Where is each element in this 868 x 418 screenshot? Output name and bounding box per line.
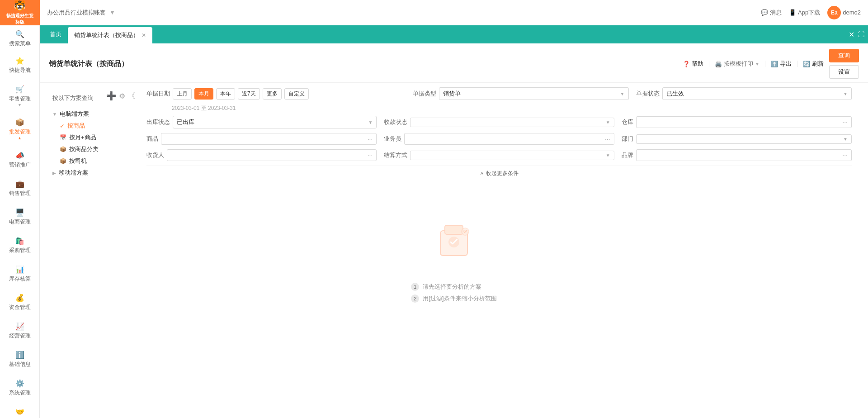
collapse-panel-icon[interactable]: 《 — [128, 91, 135, 101]
receipt-status-select[interactable]: ▼ — [410, 118, 614, 127]
query-button[interactable]: 查询 — [829, 49, 859, 62]
tree-item-by-cashier[interactable]: 📦 按司机 — [56, 155, 139, 167]
message-btn[interactable]: 💬 消息 — [761, 9, 782, 17]
sidebar-item-enterprise[interactable]: 🤝 企业协同 — [0, 402, 39, 418]
sidebar-item-operations[interactable]: 📈 经营管理 — [0, 317, 39, 345]
tab-close-icon[interactable]: ✕ — [142, 32, 146, 38]
step-2-text: 用[过滤]条件来缩小分析范围 — [423, 294, 496, 303]
out-status-select[interactable]: 已出库 ▼ — [173, 116, 377, 128]
product-select[interactable]: ··· — [161, 133, 377, 145]
quicknav-label: 快捷导航 — [9, 66, 31, 74]
export-btn[interactable]: ⬆️ 导出 — [771, 60, 792, 68]
home-tab-label: 首页 — [50, 30, 61, 38]
tree-item-by-product[interactable]: ✓ 按商品 — [56, 120, 139, 132]
top-header: 办公用品行业模拟账套 ▼ 💬 消息 📱 App下载 Ea demo2 — [40, 0, 868, 25]
brand-control: ··· — [636, 149, 852, 161]
empty-steps: 1 请先选择要分析的方案 2 用[过滤]条件来缩小分析范围 — [411, 283, 496, 306]
sidebar-item-system[interactable]: ⚙️ 系统管理 — [0, 374, 39, 402]
app-logo[interactable]: 🐯 畅捷通好生意 标版 — [0, 0, 40, 25]
payment-control: ▼ — [410, 151, 614, 160]
date-this-month-btn[interactable]: 本月 — [194, 88, 213, 100]
add-scheme-icon[interactable]: ➕ — [106, 91, 116, 101]
tab-expand-icon[interactable]: ⛶ — [858, 31, 864, 38]
tab-home[interactable]: 首页 — [43, 25, 68, 43]
sidebar-item-ecommerce[interactable]: 🖥️ 电商管理 — [0, 203, 39, 231]
step-num-2: 2 — [411, 294, 419, 303]
template-print-btn[interactable]: 🖨️ 按模板打印 ▼ — [715, 60, 760, 68]
settings-button[interactable]: 设置 — [829, 65, 859, 79]
dept-control: ▼ — [636, 134, 852, 144]
page-header-actions: ❓ 帮助 🖨️ 按模板打印 ▼ ⬆️ 导出 🔄 刷新 — [683, 49, 859, 79]
sidebar-item-finance[interactable]: 💰 资金管理 — [0, 288, 39, 317]
product-dots[interactable]: ··· — [368, 135, 373, 142]
inventory-icon: 📊 — [15, 265, 24, 274]
date-last7-btn[interactable]: 近7天 — [238, 88, 260, 100]
wholesale-label: 批发管理 — [9, 128, 31, 136]
filter-doc-type: 单据类型 销货单 ▼ — [413, 87, 629, 100]
sidebar-item-retail[interactable]: 🛒 零售管理 ▼ — [0, 80, 39, 113]
tree-pc-root[interactable]: ▼ 电脑端方案 — [49, 108, 139, 120]
filter-area: 按以下方案查询 ➕ ⚙ 《 ▼ 电脑端方案 ✓ 按商品 — [40, 83, 868, 185]
sidebar-item-purchase[interactable]: 🛍️ 采购管理 — [0, 231, 39, 260]
doc-status-select[interactable]: 已生效 ▼ — [662, 87, 852, 100]
export-label: 导出 — [780, 60, 792, 68]
settings-scheme-icon[interactable]: ⚙ — [119, 92, 125, 100]
filter-out-status: 出库状态 已出库 ▼ — [146, 116, 377, 128]
out-status-arrow: ▼ — [368, 120, 373, 125]
brand-select[interactable]: ··· — [636, 149, 852, 161]
receipt-status-arrow: ▼ — [606, 120, 610, 125]
purchase-icon: 🛍️ — [15, 237, 24, 245]
date-more-btn[interactable]: 更多 — [263, 88, 282, 100]
date-this-year-btn[interactable]: 本年 — [216, 88, 235, 100]
tree-mobile-label: 移动端方案 — [59, 169, 88, 177]
receiver-control: ··· — [167, 149, 377, 161]
tab-sales-stat[interactable]: 销货单统计表（按商品） ✕ — [68, 27, 152, 43]
tree-item-by-category[interactable]: 📦 按商品分类 — [56, 143, 139, 155]
sidebar-item-sales[interactable]: 💼 销售管理 — [0, 174, 39, 203]
sidebar-search[interactable]: 🔍 搜索菜单 — [0, 25, 39, 51]
user-name: demo2 — [843, 9, 861, 16]
workspace-area: 办公用品行业模拟账套 ▼ — [47, 9, 115, 17]
sidebar-item-quicknav[interactable]: ⭐ 快捷导航 — [0, 51, 39, 80]
tree-mobile-root[interactable]: ▶ 移动端方案 — [49, 167, 139, 179]
system-label: 系统管理 — [9, 389, 31, 397]
salesman-select[interactable]: ··· — [404, 133, 614, 145]
doc-type-select[interactable]: 销货单 ▼ — [439, 87, 629, 100]
salesman-dots[interactable]: ··· — [605, 135, 610, 142]
empty-state: 1 请先选择要分析的方案 2 用[过滤]条件来缩小分析范围 — [40, 185, 868, 333]
operations-icon: 📈 — [15, 322, 24, 331]
help-btn[interactable]: ❓ 帮助 — [683, 60, 703, 68]
message-icon: 💬 — [761, 9, 768, 16]
collapse-bar[interactable]: ∧ 收起更多条件 — [146, 166, 852, 181]
print-dropdown-icon[interactable]: ▼ — [755, 62, 760, 66]
by-month-label: 按月+商品 — [69, 133, 96, 142]
tree-item-by-month-product[interactable]: 📅 按月+商品 — [56, 132, 139, 143]
basic-label: 基础信息 — [9, 361, 31, 368]
warehouse-dots[interactable]: ··· — [842, 119, 848, 126]
dept-select[interactable]: ▼ — [636, 134, 852, 144]
refresh-label: 刷新 — [812, 60, 824, 68]
date-last-month-btn[interactable]: 上月 — [173, 88, 192, 100]
by-category-icon: 📦 — [60, 146, 66, 152]
sidebar-item-basic[interactable]: ℹ️ 基础信息 — [0, 345, 39, 374]
user-area[interactable]: Ea demo2 — [827, 6, 861, 19]
sidebar-item-marketing[interactable]: 📣 营销推广 — [0, 146, 39, 174]
sidebar-item-inventory[interactable]: 📊 库存核算 — [0, 260, 39, 288]
app-download-btn[interactable]: 📱 App下载 — [789, 9, 820, 17]
date-custom-btn[interactable]: 自定义 — [284, 88, 309, 100]
workspace-dropdown-icon[interactable]: ▼ — [109, 9, 115, 16]
date-group: 上月 本月 本年 近7天 更多 自定义 — [173, 88, 309, 100]
empty-step-2: 2 用[过滤]条件来缩小分析范围 — [411, 294, 496, 303]
collapse-label: ∧ 收起更多条件 — [480, 170, 518, 176]
tab-minimize-icon[interactable]: ✕ — [849, 30, 854, 39]
sidebar-item-wholesale[interactable]: 📦 批发管理 ▲ — [0, 113, 39, 146]
product-control: ··· — [161, 133, 377, 145]
refresh-btn[interactable]: 🔄 刷新 — [803, 60, 824, 68]
receiver-dots[interactable]: ··· — [368, 152, 373, 159]
warehouse-select[interactable]: ··· — [636, 116, 852, 128]
payment-select[interactable]: ▼ — [410, 151, 614, 160]
date-range-display: 2023-03-01 至 2023-03-31 — [146, 104, 852, 116]
out-status-value: 已出库 — [177, 118, 194, 126]
brand-dots[interactable]: ··· — [842, 152, 848, 159]
receiver-select[interactable]: ··· — [167, 149, 377, 161]
